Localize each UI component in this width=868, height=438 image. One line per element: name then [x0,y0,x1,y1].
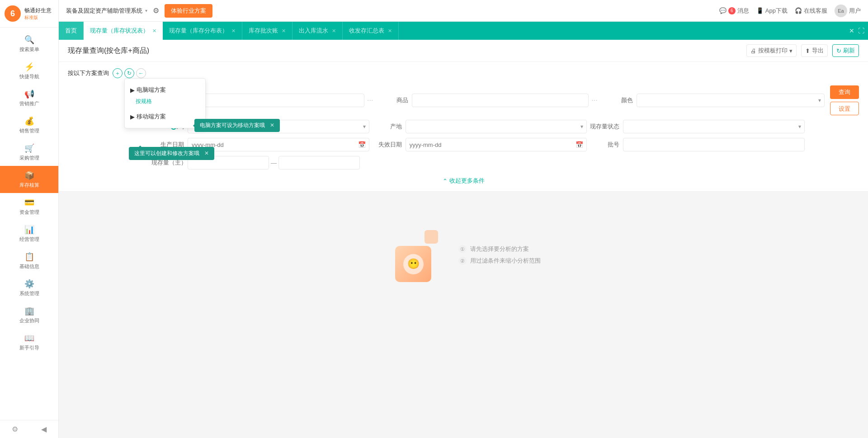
sidebar-item-finance[interactable]: 💳 资金管理 [0,193,58,220]
empty-box: 😶 [395,246,431,282]
sidebar-item-inventory[interactable]: 📦 库存核算 [0,166,58,193]
refresh-scheme-btn[interactable]: ↻ [124,68,134,78]
page-title: 现存量查询(按仓库+商品) [68,46,149,56]
page-header: 现存量查询(按仓库+商品) 🖨 按模板打印 ▾ ⬆ 导出 ↻ 刷新 [59,40,868,62]
message-icon: 💬 [719,7,726,14]
warehouse-ellipsis[interactable]: ··· [364,96,376,104]
expire-date-input[interactable] [406,138,587,151]
tab-inventory-status[interactable]: 现存量（库存状况表） ✕ [84,22,163,40]
tooltip-close-icon[interactable]: ✕ [270,122,274,128]
tab-label: 现存量（库存分布表） [169,27,228,35]
query-row-3: 生产日期 📅 失效日期 📅 批号 [151,138,859,151]
tooltip-close-icon[interactable]: ✕ [204,150,209,156]
sidebar-item-guide[interactable]: 📖 新手引导 [0,329,58,356]
tab-recvsend-summary[interactable]: 收发存汇总表 ✕ [343,22,399,40]
tab-home[interactable]: 首页 [59,22,84,40]
field-color: 颜色 [600,94,825,107]
empty-steps: ① 请先选择要分析的方案 ② 用过滤条件来缩小分析范围 [458,245,541,265]
sidebar-item-enterprise[interactable]: 🏢 企业协同 [0,301,58,329]
batch-label: 批号 [587,141,623,149]
tab-close-icon[interactable]: ✕ [152,28,156,34]
logo-icon: 6 [5,5,21,22]
page-actions: 🖨 按模板打印 ▾ ⬆ 导出 ↻ 刷新 [746,44,859,57]
search-btn[interactable]: 查询 [830,85,859,99]
setting-btn[interactable]: 设置 [830,102,859,115]
empty-step-2: ② 用过滤条件来缩小分析范围 [458,257,541,265]
sidebar-item-search[interactable]: 🔍 搜索菜单 [0,30,58,57]
tab-inout-flow[interactable]: 出入库流水 ✕ [292,22,343,40]
sidebar-item-system[interactable]: ⚙️ 系统管理 [0,274,58,301]
step-1-label: 请先选择要分析的方案 [470,245,529,253]
stock-main-to-input[interactable] [278,156,360,170]
refresh-btn[interactable]: ↻ 刷新 [832,44,859,57]
message-btn[interactable]: 💬 6 消息 [719,7,749,15]
empty-state: 😶 ① 请先选择要分析的方案 ② 用过滤条件来缩小分析范围 [59,192,868,318]
scheme-item-spec[interactable]: 按规格 [125,96,205,107]
color-select[interactable] [637,94,825,107]
sidebar-item-sales[interactable]: 💰 销售管理 [0,112,58,139]
tab-close-icon[interactable]: ✕ [332,28,336,34]
scheme-group-pc-header[interactable]: ▶ 电脑端方案 [125,84,205,96]
scheme-group-pc: ▶ 电脑端方案 按规格 [125,82,205,109]
sidebar-item-label: 库存核算 [19,182,39,188]
collapse-sidebar-btn[interactable]: ◀ [41,425,47,433]
sidebar-item-label: 快捷导航 [19,73,39,80]
sidebar-item-label: 企业协同 [19,317,39,324]
system-selector[interactable]: 装备及固定资产辅助管理系统 ▾ [66,7,147,15]
sidebar-item-quicknav[interactable]: ⚡ 快捷导航 [0,57,58,85]
app-download-btn[interactable]: 📱 App下载 [756,7,788,15]
scheme-group-arrow: ▶ [130,113,135,120]
tab-close-icon[interactable]: ✕ [231,28,236,34]
tab-close-all-icon[interactable]: ✕ [849,27,854,34]
tab-maximize-icon[interactable]: ⛶ [858,27,864,34]
sidebar: 6 畅通好生意 标准版 🔍 搜索菜单 ⚡ 快捷导航 📢 营销推广 💰 销售管理 … [0,0,59,438]
headset-icon: 🎧 [795,7,802,14]
stock-status-select[interactable] [623,120,805,133]
print-btn[interactable]: 🖨 按模板打印 ▾ [746,44,797,57]
query-header: 按以下方案查询 ＋ ↻ ← [68,68,859,78]
field-stock-main: 现存量（主） — [151,156,859,170]
topbar-right: 💬 6 消息 📱 App下载 🎧 在线客服 Ea 用户 [719,5,861,17]
warehouse-input[interactable] [188,94,364,107]
goods-ellipsis[interactable]: ··· [589,96,600,104]
sidebar-item-purchase[interactable]: 🛒 采购管理 [0,139,58,166]
color-select-wrap [637,94,825,107]
trial-btn[interactable]: 体验行业方案 [165,4,212,18]
sidebar-item-marketing[interactable]: 📢 营销推广 [0,85,58,112]
produce-date-wrap: 📅 [188,138,369,151]
tab-label: 出入库流水 [299,27,328,35]
collapse-row[interactable]: ⌃ 收起更多条件 [68,174,859,185]
quicknav-icon: ⚡ [24,62,34,72]
back-scheme-btn[interactable]: ← [136,68,146,78]
user-area[interactable]: Ea 用户 [835,5,861,17]
sidebar-item-label: 新手引导 [19,344,39,351]
tab-inventory-dist[interactable]: 现存量（库存分布表） ✕ [163,22,242,40]
scheme-group-mobile-label: 移动端方案 [137,113,166,121]
add-scheme-btn[interactable]: ＋ [113,68,123,78]
field-origin: 产地 [369,120,587,133]
step-num-1: ① [458,245,467,253]
tab-close-icon[interactable]: ✕ [388,28,392,34]
sidebar-item-operation[interactable]: 📊 经营管理 [0,220,58,247]
export-btn[interactable]: ⬆ 导出 [801,44,828,57]
query-panel: 按以下方案查询 ＋ ↻ ← ▶ 电脑端方案 按规格 [59,62,868,192]
topbar-left: 装备及固定资产辅助管理系统 ▾ ⚙ 体验行业方案 [66,4,212,18]
scheme-panel: ▶ 电脑端方案 按规格 ▶ 移动端方案 [124,78,206,128]
enterprise-icon: 🏢 [24,306,34,316]
goods-input[interactable] [412,94,589,107]
range-dash: — [271,160,277,166]
tab-batch-ledger[interactable]: 库存批次账 ✕ [242,22,292,40]
online-support-btn[interactable]: 🎧 在线客服 [795,7,827,15]
produce-date-input[interactable] [188,138,369,151]
settings-btn[interactable]: ⚙ [12,425,18,433]
marketing-icon: 📢 [24,89,34,99]
tab-close-icon[interactable]: ✕ [282,28,286,34]
topbar-settings-icon[interactable]: ⚙ [153,6,159,15]
origin-select[interactable] [406,120,587,133]
sidebar-item-basic[interactable]: 📋 基础信息 [0,247,58,274]
batch-input[interactable] [623,138,805,151]
step-num-2: ② [458,257,467,265]
scheme-group-mobile-header[interactable]: ▶ 移动端方案 [125,111,205,122]
sidebar-item-label: 采购管理 [19,155,39,161]
step-2-label: 用过滤条件来缩小分析范围 [470,257,541,265]
